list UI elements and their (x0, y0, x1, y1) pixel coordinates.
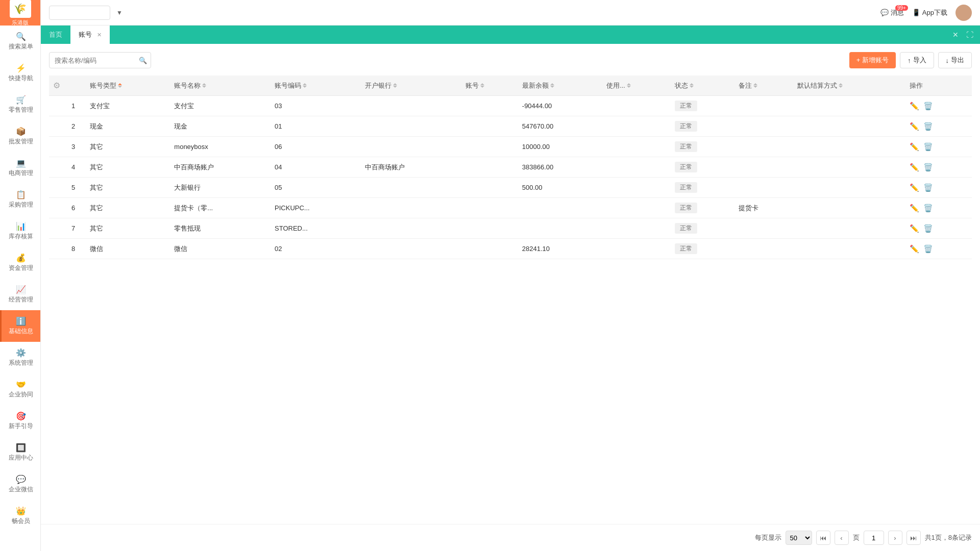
row-actions: ✏️ 🗑️ (905, 96, 972, 116)
new-guide-icon: 🎯 (16, 411, 26, 421)
message-button[interactable]: 💬 消息 99+ (880, 8, 904, 17)
sidebar-item-system-mgmt[interactable]: ⚙️ 系统管理 (0, 342, 40, 373)
delete-icon[interactable]: 🗑️ (923, 122, 933, 131)
tab-accounts-close[interactable]: ✕ (97, 32, 102, 38)
row-account (461, 198, 518, 218)
col-code-label: 账号编码 (275, 81, 301, 90)
sidebar-item-quick-nav[interactable]: ⚡ 快捷导航 (0, 57, 40, 89)
edit-icon[interactable]: ✏️ (910, 122, 919, 131)
row-balance (518, 218, 602, 239)
sidebar-item-finance-mgmt[interactable]: 💰 资金管理 (0, 247, 40, 279)
topbar-dropdown[interactable]: ▼ (116, 9, 122, 16)
sidebar-item-new-guide[interactable]: 🎯 新手引导 (0, 405, 40, 437)
row-no: 8 (67, 239, 86, 259)
message-icon: 💬 (880, 9, 889, 16)
delete-icon[interactable]: 🗑️ (923, 142, 933, 152)
page-size-select[interactable]: 50 100 (786, 531, 812, 545)
edit-icon[interactable]: ✏️ (910, 224, 919, 233)
sidebar-item-inventory[interactable]: 📊 库存核算 (0, 215, 40, 247)
accounts-table-wrap: ⚙ 账号类型 (49, 76, 972, 259)
user-avatar[interactable] (955, 5, 972, 21)
row-notes (734, 137, 793, 157)
row-actions: ✏️ 🗑️ (905, 239, 972, 259)
page-last-button[interactable]: ⏭ (906, 531, 921, 545)
purchase-icon: 📋 (16, 190, 26, 199)
row-no: 5 (67, 178, 86, 198)
col-usage[interactable]: 使用... (602, 76, 671, 96)
col-notes[interactable]: 备注 (734, 76, 793, 96)
row-notes (734, 157, 793, 178)
col-usage-label: 使用... (606, 81, 625, 90)
col-bank[interactable]: 开户银行 (361, 76, 461, 96)
edit-icon[interactable]: ✏️ (910, 142, 919, 152)
app-download-button[interactable]: 📱 App下载 (912, 8, 947, 17)
accounts-table: ⚙ 账号类型 (49, 76, 972, 259)
sidebar-item-wholesale-mgmt[interactable]: 📦 批发管理 (0, 120, 40, 152)
edit-icon[interactable]: ✏️ (910, 183, 919, 192)
column-settings-icon[interactable]: ⚙ (53, 81, 60, 90)
delete-icon[interactable]: 🗑️ (923, 204, 933, 213)
col-bank-label: 开户银行 (365, 81, 391, 90)
col-name[interactable]: 账号名称 (170, 76, 271, 96)
row-usage (602, 157, 671, 178)
sidebar-item-label: 快捷导航 (9, 74, 33, 83)
col-account[interactable]: 账号 (461, 76, 518, 96)
row-account (461, 218, 518, 239)
row-name: 微信 (170, 239, 271, 259)
edit-icon[interactable]: ✏️ (910, 163, 919, 172)
col-type[interactable]: 账号类型 (86, 76, 170, 96)
sidebar-item-label: 库存核算 (9, 232, 33, 241)
sidebar-item-purchase-mgmt[interactable]: 📋 采购管理 (0, 184, 40, 215)
sort-status-icon (690, 83, 694, 88)
tab-home[interactable]: 首页 (41, 26, 70, 44)
import-button[interactable]: ↑ 导入 (900, 52, 934, 68)
table-row: 7 其它 零售抵现 STORED... 正常 ✏️ 🗑️ (49, 218, 972, 239)
edit-icon[interactable]: ✏️ (910, 244, 919, 254)
row-balance: -90444.00 (518, 96, 602, 116)
row-name: 提货卡（零... (170, 198, 271, 218)
delete-icon[interactable]: 🗑️ (923, 244, 933, 254)
edit-icon[interactable]: ✏️ (910, 102, 919, 111)
edit-icon[interactable]: ✏️ (910, 204, 919, 213)
sidebar-item-basic-info[interactable]: ℹ️ 基础信息 (0, 310, 40, 342)
account-search-input[interactable] (49, 52, 151, 68)
row-notes (734, 218, 793, 239)
col-code[interactable]: 账号编码 (271, 76, 361, 96)
sidebar-item-enterprise-wechat[interactable]: 💬 企业微信 (0, 468, 40, 500)
page-next-button[interactable]: › (888, 531, 902, 545)
page-prev-button[interactable]: ‹ (835, 531, 849, 545)
col-settlement[interactable]: 默认结算方式 (793, 76, 905, 96)
row-notes (734, 96, 793, 116)
sidebar-item-operations-mgmt[interactable]: 📈 经营管理 (0, 279, 40, 310)
page-first-button[interactable]: ⏮ (816, 531, 830, 545)
sidebar-item-enterprise-agreement[interactable]: 🤝 企业协同 (0, 373, 40, 405)
sidebar-item-search-menu[interactable]: 🔍 搜索菜单 (0, 26, 40, 57)
tab-expand-button[interactable]: ⛶ (964, 29, 976, 41)
col-status[interactable]: 状态 (671, 76, 735, 96)
row-type: 其它 (86, 218, 170, 239)
row-type: 微信 (86, 239, 170, 259)
add-account-button[interactable]: + 新增账号 (849, 52, 896, 68)
sidebar-item-app-center[interactable]: 🔲 应用中心 (0, 437, 40, 468)
row-bank (361, 116, 461, 137)
tab-accounts[interactable]: 账号 ✕ (70, 26, 110, 44)
tab-close-all-button[interactable]: ✕ (949, 29, 962, 41)
sidebar-item-retail-mgmt[interactable]: 🛒 零售管理 (0, 89, 40, 120)
delete-icon[interactable]: 🗑️ (923, 183, 933, 192)
col-name-label: 账号名称 (174, 81, 201, 90)
sidebar-item-members[interactable]: 👑 畅会员 (0, 500, 40, 532)
system-icon: ⚙️ (16, 348, 26, 358)
row-settlement (793, 198, 905, 218)
sidebar-item-label: 系统管理 (9, 359, 33, 367)
delete-icon[interactable]: 🗑️ (923, 224, 933, 233)
page-number-input[interactable] (864, 531, 884, 545)
sidebar-item-ecommerce-mgmt[interactable]: 💻 电商管理 (0, 152, 40, 184)
delete-icon[interactable]: 🗑️ (923, 163, 933, 172)
sidebar-item-label: 企业协同 (9, 390, 33, 399)
topbar-search-input[interactable] (49, 6, 110, 20)
search-icon[interactable]: 🔍 (139, 57, 147, 64)
export-button[interactable]: ↓ 导出 (938, 52, 972, 68)
delete-icon[interactable]: 🗑️ (923, 102, 933, 111)
row-code: 04 (271, 157, 361, 178)
col-balance[interactable]: 最新余额 (518, 76, 602, 96)
